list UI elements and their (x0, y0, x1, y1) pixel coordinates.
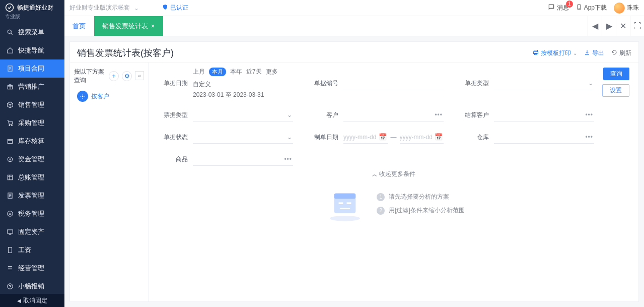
invoice-type-select[interactable]: ⌄ (193, 108, 293, 121)
svg-rect-25 (339, 202, 343, 204)
svg-rect-6 (8, 140, 12, 144)
messages-button[interactable]: 消息 1 (548, 4, 569, 12)
sidebar-item-8[interactable]: 总账管理 (0, 168, 64, 187)
chevron-down-icon: ⌄ (287, 134, 292, 141)
sidebar-item-10[interactable]: 税务管理 (0, 205, 64, 223)
sidebar-item-6[interactable]: 库存核算 (0, 132, 64, 150)
brand-sub: 专业版 (0, 13, 64, 23)
sidebar-item-7[interactable]: 资金管理 (0, 150, 64, 168)
collapse-pane-button[interactable]: « (135, 71, 144, 80)
collapse-label: 收起更多条件 (379, 170, 415, 178)
doc-type-select[interactable]: ⌄ (494, 77, 594, 90)
doc-status-select[interactable]: ⌄ (193, 131, 293, 144)
date-quick-3[interactable]: 近7天 (246, 68, 262, 76)
close-icon[interactable]: × (151, 23, 155, 30)
chevron-down-icon: ⌄ (287, 111, 292, 118)
field-make-date: 制单日期 📅 — (308, 131, 444, 144)
warehouse-picker[interactable]: ••• (494, 131, 594, 144)
doc-date-label: 单据日期 (158, 79, 188, 88)
sidebar: 畅捷通好业财 专业版 搜索菜单快捷导航项目合同营销推广销售管理采购管理库存核算资… (0, 0, 64, 307)
sidebar-item-11[interactable]: 固定资产 (0, 223, 64, 241)
sidebar-footer-label: 取消固定 (23, 296, 47, 305)
sidebar-item-label: 总账管理 (18, 173, 44, 182)
close-icon: ✕ (620, 21, 626, 31)
goods-picker[interactable]: ••• (193, 153, 293, 166)
tab-prev-button[interactable]: ◀ (588, 16, 602, 36)
query-button[interactable]: 查询 (603, 68, 629, 80)
plus-icon: + (112, 73, 115, 80)
doc-no-input[interactable] (343, 77, 444, 90)
print-label: 按模板打印 (541, 49, 571, 57)
sidebar-item-4[interactable]: 销售管理 (0, 96, 64, 114)
brand-logo-icon (5, 3, 14, 12)
svg-rect-11 (8, 230, 13, 233)
sidebar-item-label: 采购管理 (18, 118, 44, 128)
brand: 畅捷通好业财 (0, 0, 64, 13)
refresh-button[interactable]: 刷新 (611, 49, 631, 57)
export-button[interactable]: 导出 (584, 49, 604, 57)
tab-active-label: 销售发票统计表 (102, 22, 148, 31)
sidebar-item-label: 库存核算 (18, 137, 44, 146)
step-number: 1 (377, 193, 385, 201)
account-selector[interactable]: 好业财专业版演示帐套 ⌄ (69, 4, 155, 12)
ellipsis-icon: ••• (435, 111, 443, 118)
sidebar-item-2[interactable]: 项目合同 (0, 59, 64, 78)
date-quick-2[interactable]: 本年 (230, 68, 242, 76)
date-join: 至 (226, 91, 232, 98)
step-text: 用[过滤]条件来缩小分析范围 (389, 206, 465, 215)
date-quick-4[interactable]: 更多 (266, 68, 278, 76)
scheme-settings-button[interactable]: ⚙ (122, 71, 132, 81)
field-doc-no: 单据编号 (308, 68, 444, 99)
coin-icon (6, 155, 14, 163)
sidebar-item-12[interactable]: 工资 (0, 241, 64, 259)
tab-home[interactable]: 首页 (64, 16, 94, 36)
field-invoice-type: 票据类型 ⌄ (158, 108, 293, 121)
ledger-icon (6, 173, 14, 181)
sidebar-item-5[interactable]: 采购管理 (0, 114, 64, 132)
customer-picker[interactable]: ••• (343, 108, 444, 121)
box-icon (6, 137, 14, 145)
sidebar-item-3[interactable]: 营销推广 (0, 78, 64, 96)
tabstrip: 首页 销售发票统计表 × ◀ ▶ ✕ ⛶ (64, 16, 644, 36)
svg-point-17 (579, 9, 579, 9)
account-name: 好业财专业版演示帐套 (69, 4, 130, 12)
settings-button[interactable]: 设置 (602, 84, 629, 97)
make-date-from[interactable]: 📅 (343, 131, 388, 144)
sidebar-footer[interactable]: ◀ 取消固定 (0, 294, 64, 307)
date-quick-1[interactable]: 本月 (209, 68, 226, 76)
tab-active[interactable]: 销售发票统计表 × (94, 16, 163, 36)
collapse-conditions[interactable]: ︽ 收起更多条件 (158, 166, 629, 183)
tab-next-button[interactable]: ▶ (602, 16, 616, 36)
user-menu[interactable]: 珠珠 (614, 3, 639, 14)
home-icon (6, 46, 14, 54)
date-quick-0[interactable]: 上月 (193, 68, 205, 76)
range-separator: — (391, 134, 397, 141)
sidebar-item-9[interactable]: 发票管理 (0, 187, 64, 205)
make-date-to[interactable]: 📅 (400, 131, 444, 144)
sidebar-item-label: 搜索菜单 (18, 28, 44, 37)
date-quick-5[interactable]: 自定义 (193, 80, 211, 89)
app-download-button[interactable]: App下载 (576, 4, 607, 12)
svg-point-5 (12, 125, 13, 126)
scheme-item[interactable]: 按客户 (74, 89, 144, 104)
verified-label: 已认证 (170, 4, 188, 12)
sidebar-item-label: 经营管理 (18, 264, 44, 273)
sidebar-item-0[interactable]: 搜索菜单 (0, 23, 64, 41)
list-icon (6, 264, 14, 272)
tab-close-all-button[interactable]: ✕ (616, 16, 630, 36)
date-from: 2023-03-01 (193, 91, 224, 98)
date-to: 2023-03-31 (233, 91, 264, 98)
sidebar-item-13[interactable]: 经营管理 (0, 259, 64, 277)
print-template-button[interactable]: 按模板打印 ⌄ (533, 49, 577, 57)
messages-badge: 1 (566, 1, 573, 8)
sidebar-item-14[interactable]: 小畅报销 (0, 277, 64, 294)
scheme-label: 按客户 (91, 92, 109, 101)
settle-customer-picker[interactable]: ••• (494, 108, 594, 121)
fullscreen-button[interactable]: ⛶ (630, 16, 644, 36)
sidebar-item-label: 工资 (18, 245, 31, 255)
sidebar-item-1[interactable]: 快捷导航 (0, 41, 64, 59)
svg-point-21 (82, 96, 84, 97)
add-scheme-button[interactable]: + (109, 71, 119, 81)
titlebar: 销售发票统计表(按客户) 按模板打印 ⌄ 导出 (70, 42, 638, 63)
page-title: 销售发票统计表(按客户) (77, 47, 174, 59)
